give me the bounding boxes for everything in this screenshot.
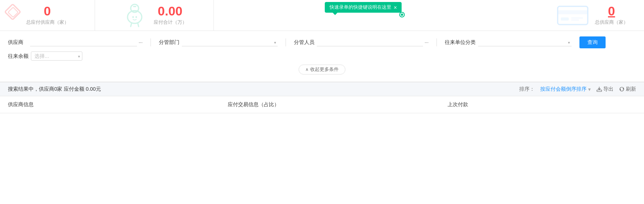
stat-number-payable-suppliers: 0 xyxy=(44,5,51,17)
dept-filter-group: 分管部门 ▾ xyxy=(159,38,278,46)
collapse-bar: ∧ 收起更多条件 xyxy=(8,62,636,78)
tooltip-text: 快速录单的快捷键说明在这里 xyxy=(330,4,391,11)
filter-row-1: 供应商 ··· 分管部门 ▾ 分管人员 ··· 往来单位分类 ▾ xyxy=(8,36,636,48)
collapse-label: 收起更多条件 xyxy=(310,66,339,73)
svg-rect-14 xyxy=(597,90,602,92)
supplier-label: 供应商 xyxy=(8,39,28,46)
category-filter-group: 往来单位分类 ▾ xyxy=(445,38,572,46)
svg-rect-9 xyxy=(558,6,588,25)
tooltip-dot xyxy=(400,13,404,17)
balance-select-wrapper[interactable]: 选择... ▾ xyxy=(31,51,82,61)
person-label: 分管人员 xyxy=(294,39,314,46)
sort-label: 排序： xyxy=(519,86,535,93)
dept-label: 分管部门 xyxy=(159,39,179,46)
supplier-filter-group: 供应商 ··· xyxy=(8,38,143,46)
svg-point-7 xyxy=(135,16,137,18)
supplier-more-button[interactable]: ··· xyxy=(139,40,143,45)
query-button[interactable]: 查询 xyxy=(579,36,606,48)
card-icon xyxy=(557,6,589,25)
export-button[interactable]: 导出 xyxy=(596,86,614,93)
tooltip-close-button[interactable]: × xyxy=(394,4,397,11)
divider-1 xyxy=(151,38,151,46)
category-select-wrapper: ▾ xyxy=(478,38,572,46)
table-col-last-payment: 上次付款 xyxy=(448,101,636,108)
stat-payable-amount-area: 0.00 应付合计（万） xyxy=(95,0,214,31)
stat-number-total-suppliers: 0 xyxy=(608,5,615,17)
category-input[interactable] xyxy=(478,38,572,46)
svg-rect-11 xyxy=(561,17,569,21)
svg-line-5 xyxy=(138,23,139,27)
svg-rect-13 xyxy=(571,19,579,21)
divider-2 xyxy=(286,38,286,46)
stat-label-total-suppliers: 总供应商（家） xyxy=(595,19,628,26)
pig-icon xyxy=(122,3,147,28)
person-input[interactable] xyxy=(317,38,423,46)
category-label: 往来单位分类 xyxy=(445,39,476,46)
filter-bar: 供应商 ··· 分管部门 ▾ 分管人员 ··· 往来单位分类 ▾ xyxy=(0,31,644,82)
result-actions: 排序： 按应付会额倒序排序 ▾ 导出 刷新 xyxy=(519,86,636,93)
stats-bar: 0 总应付供应商（家） 0.00 应付合计（万） 快速录单的快捷键说明在这里 × xyxy=(0,0,644,31)
filter-row-2: 往来余额 选择... ▾ xyxy=(8,51,636,61)
stat-label-payable-amount: 应付合计（万） xyxy=(154,19,187,26)
balance-label: 往来余额 xyxy=(8,53,29,60)
dept-select-wrapper: ▾ xyxy=(182,38,278,46)
person-more-button[interactable]: ··· xyxy=(425,40,429,45)
refresh-label: 刷新 xyxy=(626,86,636,93)
svg-line-4 xyxy=(131,23,131,27)
stat-total-payable-suppliers: 0 总应付供应商（家） xyxy=(0,0,95,31)
collapse-button[interactable]: ∧ 收起更多条件 xyxy=(299,65,345,74)
refresh-icon xyxy=(619,86,625,92)
stat-label-payable-suppliers: 总应付供应商（家） xyxy=(26,19,69,26)
svg-rect-10 xyxy=(558,10,588,14)
supplier-input[interactable] xyxy=(30,38,137,46)
result-info: 搜索结果中，供应商0家 应付金额 0.00元 xyxy=(8,86,101,93)
svg-rect-12 xyxy=(571,17,583,19)
shortcut-tooltip: 快速录单的快捷键说明在这里 × xyxy=(325,2,402,13)
export-icon xyxy=(596,86,602,92)
table-body xyxy=(0,113,644,185)
sort-chevron-icon: ▾ xyxy=(588,86,591,92)
table-header: 供应商信息 应付交易信息（占比） 上次付款 xyxy=(0,96,644,113)
refresh-button[interactable]: 刷新 xyxy=(619,86,636,93)
sort-select[interactable]: 按应付会额倒序排序 ▾ xyxy=(540,86,591,93)
divider-3 xyxy=(436,38,437,46)
table-col-supplier-info: 供应商信息 xyxy=(8,101,228,108)
svg-rect-8 xyxy=(133,6,136,7)
svg-point-6 xyxy=(132,16,134,18)
export-label: 导出 xyxy=(603,86,614,93)
result-bar: 搜索结果中，供应商0家 应付金额 0.00元 排序： 按应付会额倒序排序 ▾ 导… xyxy=(0,82,644,96)
collapse-chevron-icon: ∧ xyxy=(305,67,309,72)
svg-rect-0 xyxy=(5,4,21,20)
balance-select[interactable]: 选择... xyxy=(31,51,82,61)
stat-number-payable-amount: 0.00 xyxy=(158,5,182,17)
dept-input[interactable] xyxy=(182,38,278,46)
table-col-transaction-info: 应付交易信息（占比） xyxy=(228,101,448,108)
sort-value: 按应付会额倒序排序 xyxy=(540,86,587,93)
stat-total-suppliers-area: 0 总供应商（家） xyxy=(541,0,644,31)
diamond-icon xyxy=(4,3,26,25)
person-filter-group: 分管人员 ··· xyxy=(294,38,429,46)
